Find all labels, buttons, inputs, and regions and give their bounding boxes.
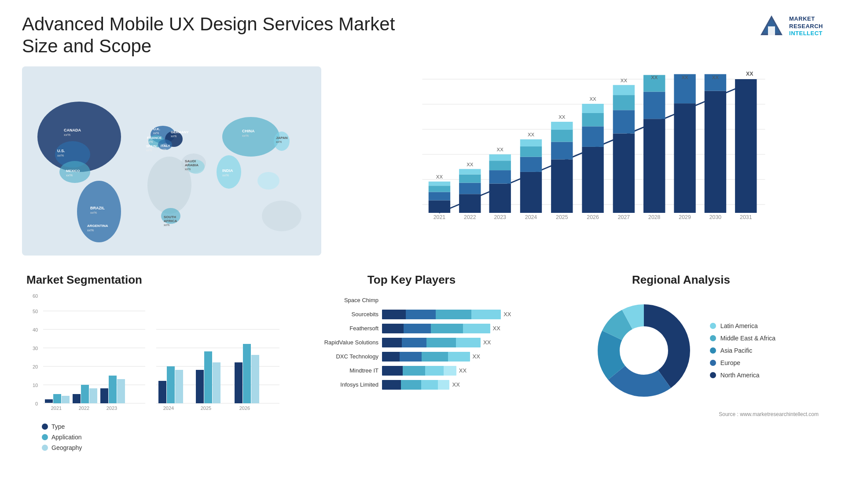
legend-asia-pacific: Asia Pacific: [710, 347, 775, 354]
svg-rect-158: [243, 344, 251, 403]
svg-rect-112: [705, 91, 726, 212]
legend-geography: Geography: [42, 444, 279, 451]
svg-text:2031: 2031: [740, 214, 752, 220]
geography-label: Geography: [51, 444, 82, 451]
player-bar-area: XX: [382, 366, 517, 376]
svg-rect-92: [582, 126, 603, 147]
player-row: Sourcebits XX: [306, 310, 517, 319]
svg-rect-79: [520, 172, 542, 213]
svg-text:2030: 2030: [709, 214, 722, 220]
svg-rect-2: [768, 26, 775, 35]
svg-text:ARGENTINA: ARGENTINA: [87, 224, 108, 228]
player-bar-area: XX: [382, 380, 517, 390]
type-dot: [42, 424, 48, 430]
svg-rect-67: [459, 194, 481, 213]
map-container: CANADA xx% U.S. xx% MEXICO xx% BRAZIL xx…: [22, 66, 321, 256]
source-text: Source : www.marketresearchintellect.com: [544, 411, 819, 417]
svg-text:xx%: xx%: [242, 134, 249, 138]
player-bar: [382, 310, 501, 319]
player-name: RapidValue Solutions: [306, 339, 378, 346]
player-name: Space Chimp: [306, 297, 378, 303]
svg-text:2022: 2022: [464, 214, 476, 220]
svg-text:xx%: xx%: [147, 140, 153, 143]
player-name: Sourcebits: [306, 311, 378, 318]
legend-middle-east-africa: Middle East & Africa: [710, 335, 775, 342]
svg-rect-97: [613, 133, 635, 213]
svg-rect-93: [582, 113, 603, 126]
header: Advanced Mobile UX Design Services Marke…: [22, 13, 823, 58]
svg-text:0: 0: [35, 401, 38, 406]
svg-rect-116: [735, 79, 757, 213]
svg-text:BRAZIL: BRAZIL: [90, 206, 105, 210]
player-name: Infosys Limited: [306, 381, 378, 388]
svg-text:2026: 2026: [239, 405, 250, 411]
segmentation-chart-2: 2024 2025 2026: [156, 293, 279, 416]
svg-rect-75: [489, 161, 511, 170]
svg-point-7: [77, 181, 121, 242]
svg-rect-74: [489, 170, 511, 183]
type-label: Type: [51, 423, 65, 430]
logo-text: MARKET RESEARCH INTELLECT: [789, 15, 823, 38]
svg-text:MEXICO: MEXICO: [66, 169, 80, 173]
svg-text:xx%: xx%: [90, 211, 97, 215]
mea-dot: [710, 335, 716, 341]
svg-text:ARABIA: ARABIA: [185, 163, 198, 167]
svg-text:xx%: xx%: [146, 149, 152, 152]
svg-rect-104: [643, 91, 665, 119]
player-name: DXC Technology: [306, 353, 378, 360]
svg-rect-159: [251, 355, 259, 403]
player-row: DXC Technology XX: [306, 352, 517, 362]
svg-text:xx%: xx%: [57, 153, 64, 157]
svg-rect-151: [175, 370, 183, 403]
svg-rect-69: [459, 174, 481, 183]
asia-pacific-dot: [710, 347, 716, 354]
svg-rect-94: [582, 104, 603, 113]
svg-point-16: [222, 117, 279, 157]
key-players-container: Top Key Players Space Chimp Sourcebits X…: [297, 269, 526, 453]
svg-rect-88: [551, 122, 573, 130]
svg-text:XX: XX: [558, 114, 566, 120]
geography-dot: [42, 445, 48, 451]
player-name: Feathersoft: [306, 325, 378, 332]
segmentation-container: Market Segmentation 0 10 20 30 40 50 60: [22, 269, 284, 453]
player-value: XX: [483, 339, 491, 346]
player-bar: [382, 324, 490, 333]
top-section: CANADA xx% U.S. xx% MEXICO xx% BRAZIL xx…: [22, 66, 823, 256]
regional-title: Regional Analysis: [544, 273, 819, 287]
svg-rect-61: [429, 200, 450, 213]
svg-rect-85: [551, 159, 573, 213]
svg-rect-63: [429, 186, 450, 192]
seg-legend: Type Application Geography: [26, 423, 279, 451]
player-row: RapidValue Solutions XX: [306, 338, 517, 347]
svg-rect-141: [109, 376, 117, 403]
player-row: Space Chimp: [306, 296, 517, 305]
svg-text:XX: XX: [651, 75, 658, 80]
svg-text:60: 60: [33, 293, 38, 299]
legend-north-america: North America: [710, 372, 775, 379]
legend-latin-america: Latin America: [710, 322, 775, 329]
svg-text:2023: 2023: [107, 405, 117, 411]
svg-rect-153: [196, 370, 204, 403]
player-bar: [382, 352, 470, 362]
svg-rect-142: [117, 379, 125, 403]
svg-text:xx%: xx%: [64, 133, 70, 137]
svg-rect-100: [613, 85, 635, 95]
north-america-dot: [710, 372, 716, 378]
svg-rect-134: [62, 396, 70, 403]
svg-rect-86: [551, 142, 573, 159]
player-bar: [382, 380, 450, 390]
svg-text:2022: 2022: [79, 405, 89, 411]
svg-point-19: [257, 172, 279, 190]
svg-text:U.K.: U.K.: [153, 127, 160, 131]
svg-rect-108: [674, 103, 695, 213]
application-dot: [42, 434, 48, 440]
svg-text:20: 20: [33, 364, 38, 369]
logo-icon: [758, 13, 785, 40]
svg-text:JAPAN: JAPAN: [276, 136, 288, 140]
svg-rect-140: [100, 388, 108, 403]
svg-text:XX: XX: [436, 174, 443, 179]
svg-text:2028: 2028: [648, 214, 661, 220]
regional-legend: Latin America Middle East & Africa Asia …: [710, 322, 775, 379]
regional-content: Latin America Middle East & Africa Asia …: [544, 293, 819, 408]
svg-rect-137: [81, 385, 89, 403]
